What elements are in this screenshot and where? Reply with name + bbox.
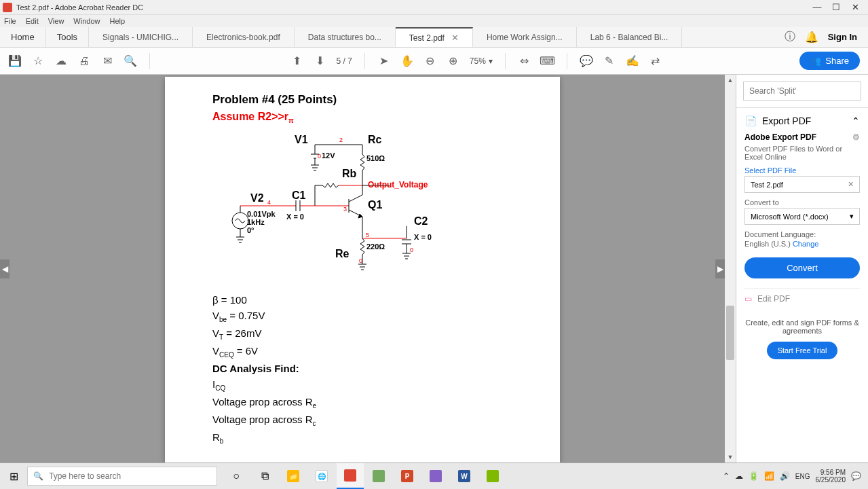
- find-vrc: Voltage prop across Rc: [212, 414, 512, 427]
- explorer-icon[interactable]: 📁: [280, 463, 307, 489]
- help-icon[interactable]: ⓘ: [785, 30, 795, 44]
- menu-window[interactable]: Window: [73, 17, 100, 25]
- file-tab-2[interactable]: Data structures bo...: [295, 27, 396, 47]
- svg-text:V1: V1: [295, 134, 308, 145]
- svg-text:0: 0: [410, 247, 413, 253]
- file-tab-label: Lab 6 - Balanced Bi...: [590, 33, 668, 42]
- selected-file-field[interactable]: Test 2.pdf ✕: [744, 176, 860, 193]
- find-vre: Voltage prop across Re: [212, 396, 512, 410]
- share-button[interactable]: 👥 Share: [799, 52, 860, 70]
- menu-view[interactable]: View: [48, 17, 64, 25]
- format-dropdown[interactable]: Microsoft Word (*.docx) ▾: [744, 208, 860, 225]
- page-current[interactable]: 5: [336, 56, 341, 66]
- document-viewport[interactable]: ◀ ▶ Problem #4 (25 Points) Assume R2>>rπ: [0, 75, 725, 463]
- app-icon-1[interactable]: [365, 463, 392, 489]
- chrome-icon[interactable]: 🌐: [308, 463, 335, 489]
- start-button[interactable]: ⊞: [0, 463, 27, 489]
- menu-file[interactable]: File: [4, 17, 16, 25]
- acrobat-icon[interactable]: [337, 463, 364, 489]
- app-icon: [3, 3, 12, 12]
- save-icon[interactable]: 💾: [8, 54, 22, 68]
- word-icon[interactable]: W: [451, 463, 478, 489]
- zoom-out-icon[interactable]: ⊖: [423, 54, 437, 68]
- highlight-icon[interactable]: ✎: [603, 54, 616, 68]
- prev-page-arrow[interactable]: ◀: [0, 259, 10, 278]
- export-icon: 📄: [744, 115, 757, 127]
- menu-edit[interactable]: Edit: [26, 17, 39, 25]
- scroll-thumb[interactable]: [726, 306, 734, 360]
- gear-icon[interactable]: ⚙: [852, 132, 860, 142]
- tray-cloud-icon[interactable]: ☁: [735, 471, 743, 481]
- tray-chevron-icon[interactable]: ⌃: [723, 471, 730, 481]
- close-button[interactable]: ✕: [850, 3, 860, 12]
- tray-language[interactable]: ENG: [795, 473, 810, 480]
- param-vbe: Vbe = 0.75V: [212, 310, 512, 323]
- svg-text:C1: C1: [292, 189, 306, 201]
- maximize-button[interactable]: ☐: [831, 3, 841, 12]
- tray-notifications-icon[interactable]: 💬: [851, 471, 861, 481]
- pointer-icon[interactable]: ➤: [377, 54, 391, 68]
- edit-icon: ▭: [744, 294, 752, 304]
- comment-icon[interactable]: 💬: [580, 54, 593, 68]
- param-vt: VT = 26mV: [212, 327, 512, 341]
- file-tab-5[interactable]: Lab 6 - Balanced Bi...: [577, 27, 683, 47]
- email-icon[interactable]: ✉: [100, 54, 114, 68]
- page-indicator: 5 / 7: [336, 56, 352, 66]
- tray-volume-icon[interactable]: 🔊: [780, 471, 790, 481]
- titlebar: Test 2.pdf - Adobe Acrobat Reader DC — ☐…: [0, 0, 868, 15]
- page-up-icon[interactable]: ⬆: [290, 54, 303, 68]
- sign-in-button[interactable]: Sign In: [828, 32, 857, 42]
- dc-heading: DC Analysis Find:: [212, 363, 512, 374]
- menu-help[interactable]: Help: [109, 17, 125, 25]
- sign-icon[interactable]: ✍: [626, 54, 639, 68]
- trial-button[interactable]: Start Free Trial: [767, 342, 838, 359]
- tab-tools[interactable]: Tools: [46, 27, 89, 47]
- file-tab-4[interactable]: Home Work Assign...: [473, 27, 577, 47]
- file-tab-0[interactable]: Signals - UMICHIG...: [89, 27, 193, 47]
- tray-clock[interactable]: 9:56 PM 6/25/2020: [816, 469, 846, 484]
- scroll-up-arrow[interactable]: ▲: [725, 75, 736, 86]
- bell-icon[interactable]: 🔔: [805, 31, 818, 43]
- file-tab-1[interactable]: Electronics-book.pdf: [193, 27, 295, 47]
- search-icon[interactable]: 🔍: [124, 54, 137, 68]
- file-tab-3[interactable]: Test 2.pdf✕: [396, 27, 473, 47]
- file-tab-label: Test 2.pdf: [409, 33, 445, 43]
- taskbar-search[interactable]: 🔍 Type here to search: [27, 467, 217, 486]
- clear-file-icon[interactable]: ✕: [848, 180, 854, 189]
- zoom-in-icon[interactable]: ⊕: [447, 54, 460, 68]
- page-down-icon[interactable]: ⬇: [313, 54, 326, 68]
- star-icon[interactable]: ☆: [31, 54, 45, 68]
- scroll-icon[interactable]: ⌨: [541, 54, 554, 68]
- scroll-down-arrow[interactable]: ▼: [725, 452, 736, 463]
- powerpoint-icon[interactable]: P: [394, 463, 421, 489]
- find-icq: ICQ: [212, 378, 512, 392]
- more-tools-icon[interactable]: ⇄: [649, 54, 662, 68]
- minimize-button[interactable]: —: [812, 3, 822, 12]
- tab-home[interactable]: Home: [0, 27, 46, 47]
- hand-icon[interactable]: ✋: [400, 54, 414, 68]
- edit-pdf-header[interactable]: ▭ Edit PDF: [744, 288, 860, 304]
- vs-icon[interactable]: [422, 463, 449, 489]
- tray-battery-icon[interactable]: 🔋: [749, 471, 759, 481]
- change-lang-link[interactable]: Change: [793, 240, 819, 248]
- cortana-icon[interactable]: ○: [223, 463, 250, 489]
- svg-text:0: 0: [359, 257, 362, 264]
- close-tab-icon[interactable]: ✕: [451, 33, 459, 43]
- tools-search-input[interactable]: [743, 82, 861, 101]
- next-page-arrow[interactable]: ▶: [715, 259, 725, 278]
- cloud-icon[interactable]: ☁: [54, 54, 68, 68]
- export-desc: Convert PDF Files to Word or Excel Onlin…: [744, 145, 860, 161]
- doc-lang-label: Document Language:: [744, 230, 860, 238]
- selected-file-name: Test 2.pdf: [751, 181, 783, 189]
- export-pdf-header[interactable]: 📄 Export PDF ⌃: [744, 115, 860, 127]
- zoom-level[interactable]: 75%▾: [470, 56, 493, 66]
- fit-width-icon[interactable]: ⇔: [518, 54, 531, 68]
- tray-wifi-icon[interactable]: 📶: [764, 471, 774, 481]
- print-icon[interactable]: 🖨: [77, 54, 91, 68]
- app-icon-2[interactable]: [479, 463, 506, 489]
- vertical-scrollbar[interactable]: ▲ ▼: [725, 75, 736, 463]
- assume-line: Assume R2>>rπ: [212, 111, 512, 124]
- window-title: Test 2.pdf - Adobe Acrobat Reader DC: [16, 3, 812, 12]
- task-view-icon[interactable]: ⧉: [251, 463, 278, 489]
- convert-button[interactable]: Convert: [744, 257, 860, 278]
